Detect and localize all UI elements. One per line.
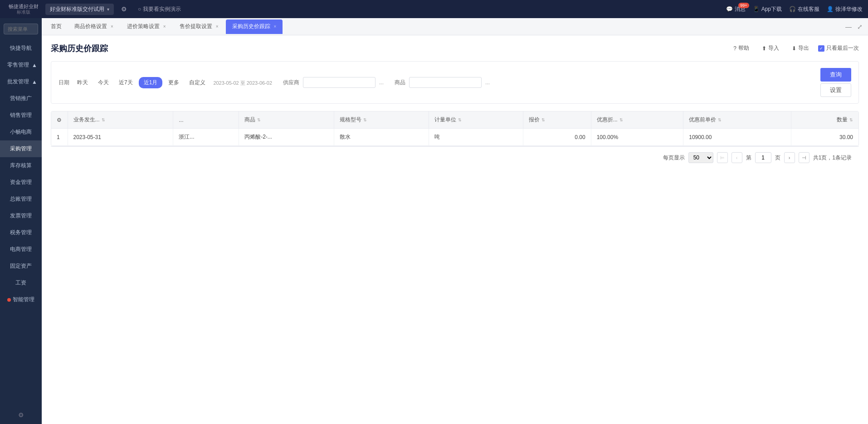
tab-purchase-strategy-close[interactable]: × xyxy=(163,24,166,29)
date-btn-custom[interactable]: 自定义 xyxy=(185,77,210,88)
sidebar-item-payroll[interactable]: 工资 xyxy=(0,275,42,291)
per-page-select[interactable]: 10 20 50 100 xyxy=(688,152,713,163)
online-service-btn[interactable]: 🎧 在线客服 xyxy=(789,5,819,13)
sidebar-item-invoice[interactable]: 发票管理 xyxy=(0,207,42,224)
date-btn-1month[interactable]: 近1月 xyxy=(139,77,163,88)
query-button[interactable]: 查询 xyxy=(820,68,851,82)
th-goods[interactable]: 商品 ⇅ xyxy=(239,111,334,129)
goods-input[interactable] xyxy=(409,77,482,88)
th-goods-label: 商品 xyxy=(244,116,255,124)
sidebar-item-ecommerce-small[interactable]: 小畅电商 xyxy=(0,124,42,140)
sidebar-item-inventory[interactable]: 库存核算 xyxy=(0,157,42,174)
date-btn-more[interactable]: 更多 xyxy=(164,77,183,88)
sidebar-item-tax[interactable]: 税务管理 xyxy=(0,224,42,241)
data-table-container: ⚙ 业务发生... ⇅ ... xyxy=(51,111,859,146)
sidebar-item-fixed-assets[interactable]: 固定资产 xyxy=(0,258,42,275)
td-supplier: 浙江... xyxy=(173,129,239,146)
td-price: 0.00 xyxy=(523,129,591,146)
tab-purchase-history[interactable]: 采购历史价跟踪 × xyxy=(226,19,283,34)
settings-gear-icon[interactable]: ⚙ xyxy=(117,4,131,14)
message-icon: 💬 xyxy=(726,6,733,12)
date-btn-today[interactable]: 今天 xyxy=(94,77,113,88)
version-selector-label: 好业财标准版交付试用 xyxy=(50,5,104,13)
goods-dots[interactable]: ... xyxy=(485,79,490,86)
sidebar-retail-label: 零售管理 xyxy=(7,61,29,69)
sidebar-marketing-label: 营销推广 xyxy=(10,95,32,102)
td-unit: 吨 xyxy=(429,129,523,146)
tab-price-extract-close[interactable]: × xyxy=(216,24,219,29)
page-prev-button[interactable]: ‹ xyxy=(731,152,742,163)
th-gear[interactable]: ⚙ xyxy=(51,111,68,129)
only-last-checkbox[interactable]: ✓ 只看最后一次 xyxy=(818,44,859,52)
th-price[interactable]: 报价 ⇅ xyxy=(523,111,591,129)
tab-bar: 首页 商品价格设置 × 进价策略设置 × 售价提取设置 × 采购历史价跟踪 × … xyxy=(42,18,868,35)
sidebar-item-wholesale[interactable]: 批发管理 ▲ xyxy=(0,73,42,90)
th-pre-discount-price[interactable]: 优惠前单价 ⇅ xyxy=(683,111,791,129)
supplier-filter-group: 供应商 ... xyxy=(283,77,384,88)
th-price-label: 报价 xyxy=(529,116,540,124)
sidebar-purchase-label: 采购管理 xyxy=(10,145,32,153)
search-input[interactable] xyxy=(4,24,38,34)
sidebar-item-finance[interactable]: 资金管理 xyxy=(0,174,42,191)
tab-purchase-history-close[interactable]: × xyxy=(274,24,277,29)
version-selector[interactable]: 好业财标准版交付试用 ▾ xyxy=(45,4,114,15)
pagination-area: 每页显示 10 20 50 100 ⊨ ‹ 第 页 › ⊣ 共1页，1条记录 xyxy=(51,146,859,169)
th-supplier-code[interactable]: ... xyxy=(173,111,239,129)
sidebar-item-purchase[interactable]: 采购管理 xyxy=(0,140,42,157)
chevron-down-icon: ▾ xyxy=(107,7,109,12)
sidebar-ledger-label: 总账管理 xyxy=(10,195,32,203)
import-button[interactable]: ⬆ 导入 xyxy=(758,43,783,54)
demo-button[interactable]: ○ 我要看实例演示 xyxy=(134,4,185,15)
filter-row: 日期 昨天 今天 近7天 近1月 更多 自定义 2023-05-02 至 202… xyxy=(59,68,851,97)
date-options: 昨天 今天 近7天 近1月 更多 自定义 xyxy=(73,77,210,88)
td-pre-discount-price: 10900.00 xyxy=(683,129,791,146)
td-spec: 散水 xyxy=(334,129,429,146)
import-icon: ⬆ xyxy=(762,45,766,52)
th-pre-discount-price-label: 优惠前单价 xyxy=(689,116,716,124)
th-spec[interactable]: 规格型号 ⇅ xyxy=(334,111,429,129)
sidebar-gear-icon[interactable]: ⚙ xyxy=(0,406,42,424)
tab-home[interactable]: 首页 xyxy=(45,19,67,34)
tab-maximize-icon[interactable]: ⤢ xyxy=(855,21,864,32)
sidebar-ecommerce-label: 电商管理 xyxy=(10,246,32,253)
th-date[interactable]: 业务发生... ⇅ xyxy=(68,111,173,129)
checkbox-icon: ✓ xyxy=(818,45,824,52)
tab-minimize-icon[interactable]: — xyxy=(844,21,853,32)
page-last-button[interactable]: ⊣ xyxy=(799,152,809,163)
app-download-btn[interactable]: 📱 App下载 xyxy=(753,5,782,13)
sidebar-item-quick-nav[interactable]: 快捷导航 xyxy=(0,40,42,57)
supplier-input[interactable] xyxy=(303,77,375,88)
th-discount[interactable]: 优惠折... ⇅ xyxy=(591,111,683,129)
page-title: 采购历史价跟踪 xyxy=(51,43,108,54)
supplier-dots[interactable]: ... xyxy=(379,79,384,86)
page-input[interactable] xyxy=(755,152,771,163)
tab-goods-price[interactable]: 商品价格设置 × xyxy=(68,19,120,34)
app-subtitle: 标准版 xyxy=(17,10,30,14)
content-area: 首页 商品价格设置 × 进价策略设置 × 售价提取设置 × 采购历史价跟踪 × … xyxy=(42,18,868,424)
tab-price-extract[interactable]: 售价提取设置 × xyxy=(173,19,225,34)
th-unit-label: 计量单位 xyxy=(434,116,456,124)
page-first-button[interactable]: ⊨ xyxy=(717,152,728,163)
settings-button[interactable]: 设置 xyxy=(820,83,851,97)
sidebar-item-marketing[interactable]: 营销推广 xyxy=(0,90,42,107)
sidebar-item-ecommerce[interactable]: 电商管理 xyxy=(0,241,42,258)
date-range-text: 2023-05-02 至 2023-06-02 xyxy=(213,80,272,87)
user-menu-btn[interactable]: 👤 徐泽华修改 xyxy=(827,5,863,13)
app-logo: 畅捷通好业财 标准版 xyxy=(5,4,42,14)
page-next-button[interactable]: › xyxy=(784,152,795,163)
date-btn-7days[interactable]: 近7天 xyxy=(115,77,137,88)
tab-purchase-strategy[interactable]: 进价策略设置 × xyxy=(121,19,172,34)
sidebar-item-ledger[interactable]: 总账管理 xyxy=(0,191,42,207)
tab-goods-price-close[interactable]: × xyxy=(111,24,113,29)
th-unit[interactable]: 计量单位 ⇅ xyxy=(429,111,523,129)
message-btn[interactable]: 💬 消息 99+ xyxy=(726,5,746,13)
export-button[interactable]: ⬇ 导出 xyxy=(788,43,813,54)
sidebar-item-retail[interactable]: 零售管理 ▲ xyxy=(0,57,42,73)
data-table: ⚙ 业务发生... ⇅ ... xyxy=(51,111,858,146)
sidebar-item-sales[interactable]: 销售管理 xyxy=(0,107,42,124)
sidebar-invoice-label: 发票管理 xyxy=(10,212,32,220)
sidebar-item-intelligent[interactable]: 智能管理 xyxy=(0,291,42,308)
help-button[interactable]: ? 帮助 xyxy=(730,43,753,54)
date-btn-yesterday[interactable]: 昨天 xyxy=(73,77,92,88)
th-quantity[interactable]: 数量 ⇅ xyxy=(791,111,858,129)
